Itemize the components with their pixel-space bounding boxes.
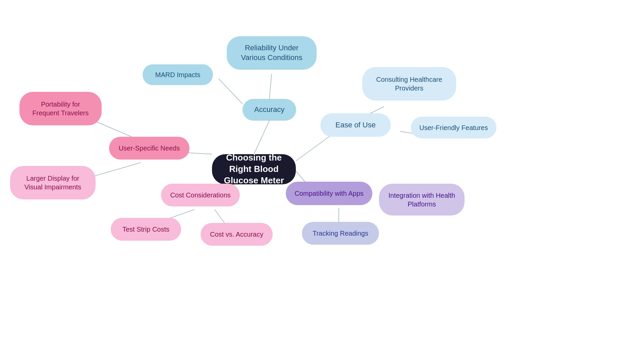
cost-vs-accuracy-node: Cost vs. Accuracy bbox=[201, 223, 273, 246]
svg-line-2 bbox=[219, 79, 243, 104]
consulting-label: Consulting Healthcare Providers bbox=[370, 75, 449, 93]
mard-node: MARD Impacts bbox=[143, 64, 213, 85]
integration-node: Integration with Health Platforms bbox=[379, 184, 465, 216]
center-node: Choosing the Right Blood Glucose Meter bbox=[212, 154, 296, 184]
reliability-label: Reliability Under Various Conditions bbox=[234, 43, 309, 62]
reliability-node: Reliability Under Various Conditions bbox=[227, 36, 317, 70]
test-strip-node: Test Strip Costs bbox=[111, 218, 181, 241]
ease-of-use-node: Ease of Use bbox=[320, 113, 391, 137]
user-specific-node: User-Specific Needs bbox=[109, 137, 190, 160]
larger-display-label: Larger Display for Visual Impairments bbox=[17, 174, 88, 191]
cost-considerations-node: Cost Considerations bbox=[161, 184, 240, 206]
center-label: Choosing the Right Blood Glucose Meter bbox=[219, 152, 288, 186]
user-friendly-node: User-Friendly Features bbox=[411, 117, 496, 138]
ease-of-use-label: Ease of Use bbox=[335, 120, 376, 130]
larger-display-node: Larger Display for Visual Impairments bbox=[10, 166, 96, 199]
compatibility-label: Compatibility with Apps bbox=[294, 189, 364, 198]
user-friendly-label: User-Friendly Features bbox=[419, 123, 488, 132]
portability-node: Portability for Frequent Travelers bbox=[19, 92, 102, 125]
cost-considerations-label: Cost Considerations bbox=[170, 191, 230, 199]
compatibility-node: Compatibility with Apps bbox=[286, 182, 372, 205]
svg-line-0 bbox=[254, 121, 269, 154]
user-specific-label: User-Specific Needs bbox=[119, 144, 180, 153]
accuracy-label: Accuracy bbox=[254, 105, 284, 115]
integration-label: Integration with Health Platforms bbox=[386, 191, 457, 208]
tracking-node: Tracking Readings bbox=[302, 222, 379, 245]
portability-label: Portability for Frequent Travelers bbox=[27, 100, 94, 117]
test-strip-label: Test Strip Costs bbox=[122, 225, 169, 234]
mard-label: MARD Impacts bbox=[155, 70, 200, 79]
cost-vs-accuracy-label: Cost vs. Accuracy bbox=[210, 230, 263, 239]
tracking-label: Tracking Readings bbox=[313, 229, 368, 238]
accuracy-node: Accuracy bbox=[243, 99, 296, 121]
svg-line-1 bbox=[269, 74, 272, 99]
consulting-node: Consulting Healthcare Providers bbox=[362, 67, 456, 101]
